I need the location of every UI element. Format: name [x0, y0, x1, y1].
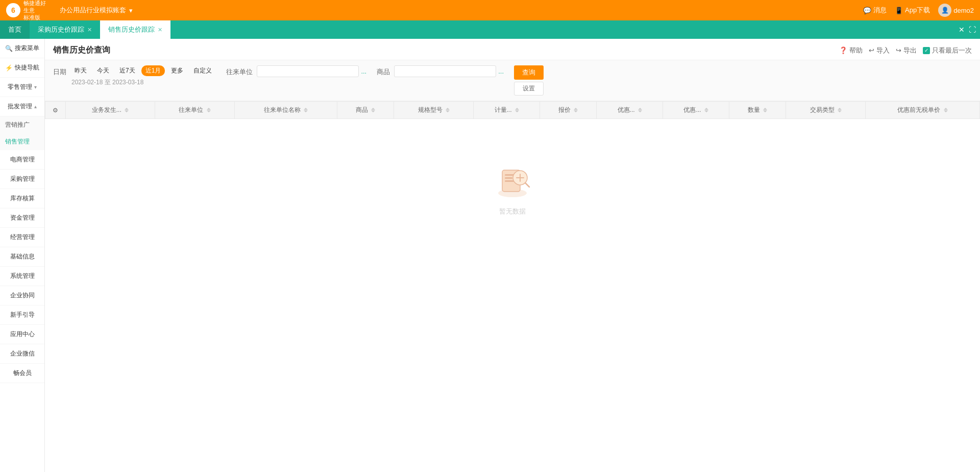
chevron-up-icon: ▴: [34, 104, 37, 109]
main-layout: 🔍 搜索菜单 ⚡ 快捷导航 零售管理 ▾ 批发管理 ▴ 营销推广 销售管理 电商…: [0, 39, 980, 472]
close-all-tabs-icon[interactable]: ✕: [959, 26, 965, 34]
sidebar-item-enterprise[interactable]: 企业协同: [0, 286, 44, 305]
partner-dots-btn[interactable]: ...: [361, 67, 366, 75]
close-sales-tab-icon[interactable]: ✕: [158, 27, 162, 33]
th-biz-date[interactable]: 业务发生...: [66, 102, 155, 119]
content-area: 销售历史价查询 ❓ 帮助 ↩ 导入 ↪ 导出 ✓ 只看最后一次: [45, 39, 980, 472]
data-table: ⚙ 业务发生... 往来单位 往来单位名称: [45, 101, 980, 119]
sidebar-item-retail-mgmt[interactable]: 零售管理 ▾: [0, 78, 44, 97]
sidebar-item-quick-nav[interactable]: ⚡ 快捷导航: [0, 58, 44, 78]
sidebar-item-membership[interactable]: 畅会员: [0, 364, 44, 383]
sidebar-item-sales-mgmt[interactable]: 销售管理: [0, 133, 44, 150]
sidebar-item-ecommerce[interactable]: 电商管理: [0, 150, 44, 170]
message-icon: 💬: [863, 7, 871, 14]
svg-rect-3: [505, 177, 512, 179]
export-btn[interactable]: ↪ 导出: [896, 46, 917, 55]
date-tab-custom[interactable]: 自定义: [189, 65, 216, 76]
th-partner-code[interactable]: 往来单位: [155, 102, 234, 119]
table-container: ⚙ 业务发生... 往来单位 往来单位名称: [45, 101, 980, 257]
sidebar-item-marketing[interactable]: 营销推广: [0, 116, 44, 133]
goods-search-input[interactable]: [394, 65, 496, 77]
date-tab-1month[interactable]: 近1月: [141, 65, 165, 76]
top-right-actions: 💬 消息 📱 App下载 👤 demo2: [863, 4, 974, 17]
sidebar-item-inventory[interactable]: 库存核算: [0, 189, 44, 208]
sidebar-item-purchase-mgmt[interactable]: 采购管理: [0, 170, 44, 189]
sidebar-item-search-menu[interactable]: 🔍 搜索菜单: [0, 39, 44, 58]
th-goods[interactable]: 商品: [337, 102, 394, 119]
chevron-down-icon: ▾: [129, 7, 133, 14]
help-icon: ❓: [839, 46, 847, 54]
th-quote[interactable]: 报价: [540, 102, 597, 119]
date-options: 昨天 今天 近7天 近1月 更多 自定义 2023-02-18 至 2023-0…: [70, 65, 216, 87]
table-header-row: ⚙ 业务发生... 往来单位 往来单位名称: [45, 102, 980, 119]
th-qty[interactable]: 数量: [729, 102, 786, 119]
table-head: ⚙ 业务发生... 往来单位 往来单位名称: [45, 102, 980, 119]
tab-home[interactable]: 首页: [0, 20, 30, 39]
message-btn[interactable]: 💬 消息: [863, 6, 887, 15]
sidebar: 🔍 搜索菜单 ⚡ 快捷导航 零售管理 ▾ 批发管理 ▴ 营销推广 销售管理 电商…: [0, 39, 45, 472]
goods-dots-btn[interactable]: ...: [498, 67, 504, 75]
tab-sales-history[interactable]: 销售历史价跟踪 ✕: [100, 20, 170, 39]
sidebar-item-wholesale-mgmt[interactable]: 批发管理 ▴: [0, 97, 44, 116]
export-icon: ↪: [896, 46, 901, 54]
sidebar-item-enterprise-wechat[interactable]: 企业微信: [0, 344, 44, 364]
logo-area: 6 畅捷通好生意 标准版: [6, 0, 50, 21]
th-no-tax-price[interactable]: 优惠前无税单价: [866, 102, 980, 119]
only-last-checkbox-label[interactable]: ✓ 只看最后一次: [923, 46, 972, 55]
search-icon: 🔍: [5, 45, 13, 52]
import-btn[interactable]: ↩ 导入: [869, 46, 890, 55]
date-tab-yesterday[interactable]: 昨天: [70, 65, 91, 76]
close-purchase-tab-icon[interactable]: ✕: [87, 27, 92, 33]
only-last-checkbox[interactable]: ✓: [923, 47, 930, 54]
help-btn[interactable]: ❓ 帮助: [839, 46, 863, 55]
import-icon: ↩: [869, 46, 874, 54]
sort-icon: [763, 108, 767, 112]
partner-filter-input: ...: [257, 65, 366, 77]
sidebar-item-app-center[interactable]: 应用中心: [0, 325, 44, 344]
sidebar-item-finance[interactable]: 资金管理: [0, 208, 44, 228]
quicknav-icon: ⚡: [5, 64, 13, 72]
goods-filter-label: 商品: [377, 65, 390, 77]
tab-purchase-history[interactable]: 采购历史价跟踪 ✕: [30, 20, 100, 39]
download-icon: 📱: [895, 7, 903, 14]
logo-text: 畅捷通好生意 标准版: [23, 0, 50, 21]
th-unit[interactable]: 计量...: [474, 102, 540, 119]
user-avatar-btn[interactable]: 👤 demo2: [938, 4, 974, 17]
filter-buttons: 查询 设置: [514, 65, 544, 96]
sort-icon: [638, 108, 642, 112]
chevron-down-icon: ▾: [34, 84, 37, 90]
tab-bar: 首页 采购历史价跟踪 ✕ 销售历史价跟踪 ✕ ✕ ⛶: [0, 20, 980, 39]
sidebar-item-new-user[interactable]: 新手引导: [0, 305, 44, 325]
sidebar-item-system-mgmt[interactable]: 系统管理: [0, 267, 44, 286]
sort-icon: [944, 108, 948, 112]
th-partner-name[interactable]: 往来单位名称: [234, 102, 337, 119]
empty-text: 暂无数据: [499, 207, 526, 216]
maximize-icon[interactable]: ⛶: [969, 26, 976, 34]
goods-filter-group: 商品 ...: [377, 65, 504, 77]
partner-search-input[interactable]: [257, 65, 359, 77]
filter-row: 日期 昨天 今天 近7天 近1月 更多 自定义 2023-02-18 至 202…: [53, 65, 544, 96]
sort-icon: [207, 108, 211, 112]
sidebar-item-operations[interactable]: 经营管理: [0, 228, 44, 247]
th-spec[interactable]: 规格型号: [394, 102, 474, 119]
app-selector[interactable]: 办公用品行业模拟账套 ▾: [60, 6, 133, 15]
app-download-btn[interactable]: 📱 App下载: [895, 6, 930, 15]
tab-bar-right-actions: ✕ ⛶: [959, 26, 980, 34]
page-title: 销售历史价查询: [53, 45, 110, 56]
query-button[interactable]: 查询: [514, 65, 544, 80]
sort-icon: [371, 108, 375, 112]
sidebar-item-basic-info[interactable]: 基础信息: [0, 247, 44, 267]
date-tab-7days[interactable]: 近7天: [115, 65, 139, 76]
sort-icon: [125, 108, 129, 112]
th-gear[interactable]: ⚙: [45, 102, 66, 119]
gear-icon[interactable]: ⚙: [53, 107, 58, 114]
date-tab-more[interactable]: 更多: [167, 65, 187, 76]
th-discount2[interactable]: 优惠...: [663, 102, 729, 119]
empty-state: 暂无数据: [45, 119, 980, 257]
sort-icon: [446, 108, 450, 112]
settings-button[interactable]: 设置: [514, 82, 544, 96]
th-trade-type[interactable]: 交易类型: [786, 102, 866, 119]
th-discount1[interactable]: 优惠...: [597, 102, 663, 119]
date-tab-today[interactable]: 今天: [93, 65, 113, 76]
partner-filter-group: 往来单位 ...: [226, 65, 366, 77]
